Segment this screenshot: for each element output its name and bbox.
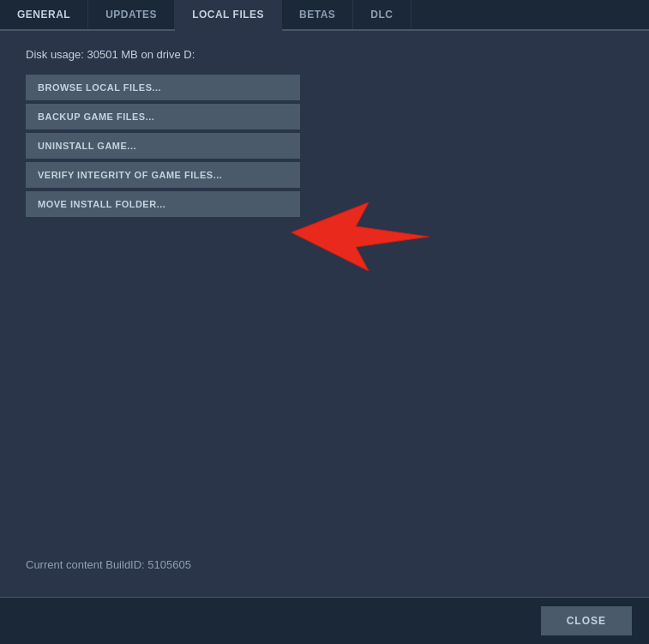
build-id-label: Current content BuildID: 5105605 (26, 558, 623, 580)
tab-betas[interactable]: BETAS (282, 0, 353, 29)
verify-integrity-button[interactable]: VERIFY INTEGRITY OF GAME FILES... (26, 162, 300, 188)
tab-dlc[interactable]: DLC (353, 0, 411, 29)
close-button[interactable]: CLOSE (541, 606, 632, 635)
browse-local-files-button[interactable]: BROWSE LOCAL FILES... (26, 75, 300, 100)
move-install-folder-button[interactable]: MOVE INSTALL FOLDER... (26, 191, 300, 217)
action-buttons-list: BROWSE LOCAL FILES... BACKUP GAME FILES.… (26, 75, 300, 217)
backup-game-files-button[interactable]: BACKUP GAME FILES... (26, 104, 300, 129)
steam-properties-window: GENERAL UPDATES LOCAL FILES BETAS DLC Di… (0, 0, 649, 644)
tab-updates[interactable]: UPDATES (88, 0, 175, 29)
tab-local-files[interactable]: LOCAL FILES (175, 0, 282, 31)
disk-usage-label: Disk usage: 30501 MB on drive D: (26, 48, 623, 61)
tab-general[interactable]: GENERAL (0, 0, 88, 29)
arrow-annotation (291, 202, 429, 271)
tab-bar: GENERAL UPDATES LOCAL FILES BETAS DLC (0, 0, 649, 31)
bottom-bar: CLOSE (0, 597, 649, 644)
content-area: Disk usage: 30501 MB on drive D: BROWSE … (0, 31, 649, 597)
uninstall-game-button[interactable]: UNINSTALL GAME... (26, 133, 300, 159)
svg-marker-0 (291, 202, 429, 271)
